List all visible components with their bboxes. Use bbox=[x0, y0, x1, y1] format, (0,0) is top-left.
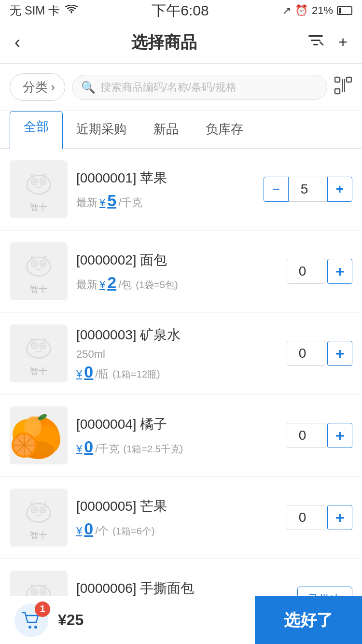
quantity-increase-button[interactable]: + bbox=[327, 259, 352, 284]
product-info: [0000002] 面包 最新 ¥ 2 /包 (1袋=5包) bbox=[76, 251, 278, 292]
svg-point-19 bbox=[27, 339, 51, 358]
product-price: 最新 ¥ 5 /千克 bbox=[76, 191, 255, 210]
quantity-input[interactable] bbox=[289, 177, 327, 202]
product-thumbnail bbox=[10, 406, 68, 464]
quantity-increase-button[interactable]: + bbox=[327, 341, 352, 366]
svg-rect-2 bbox=[313, 44, 318, 45]
tab-new-label: 新品 bbox=[153, 122, 179, 136]
product-item: 智十 [0000003] 矿泉水 250ml ¥ 0 /瓶 (1箱=12瓶) + bbox=[0, 313, 362, 394]
svg-rect-5 bbox=[347, 77, 351, 82]
quantity-control: + bbox=[287, 259, 352, 284]
scan-icon[interactable] bbox=[334, 76, 352, 98]
product-price: ¥ 0 /瓶 (1箱=12瓶) bbox=[76, 363, 278, 381]
product-thumbnail: 智十 bbox=[10, 160, 68, 218]
product-item: 智十 [0000001] 苹果 最新 ¥ 5 /千克 − + bbox=[0, 149, 362, 230]
svg-point-52 bbox=[28, 626, 31, 629]
svg-line-3 bbox=[320, 42, 323, 45]
svg-rect-0 bbox=[308, 35, 323, 37]
category-button[interactable]: 分类 › bbox=[10, 73, 65, 101]
nav-bar: ‹ 选择商品 + bbox=[0, 21, 362, 64]
quantity-decrease-button[interactable]: − bbox=[264, 177, 289, 202]
alarm-icon: ⏰ bbox=[295, 4, 308, 17]
quantity-control: + bbox=[287, 423, 352, 448]
svg-point-12 bbox=[33, 181, 36, 183]
search-box[interactable]: 🔍 搜索商品编码/名称/条码/规格 bbox=[72, 75, 327, 100]
product-name: [0000003] 矿泉水 bbox=[76, 326, 278, 344]
product-price: ¥ 0 /个 (1箱=6个) bbox=[76, 519, 278, 538]
tab-neg[interactable]: 负库存 bbox=[192, 111, 257, 149]
cart-icon-wrap[interactable]: 1 bbox=[14, 603, 48, 637]
location-icon: ↗ bbox=[282, 4, 291, 17]
svg-point-53 bbox=[34, 626, 37, 629]
product-spec: 250ml bbox=[76, 348, 278, 361]
quantity-input[interactable] bbox=[287, 505, 325, 530]
svg-point-37 bbox=[27, 504, 51, 522]
svg-point-46 bbox=[42, 591, 44, 593]
tab-all[interactable]: 全部 bbox=[10, 111, 63, 149]
nav-actions: + bbox=[307, 33, 348, 51]
product-item: [0000004] 橘子 ¥ 0 /千克 (1箱=2.5千克) + bbox=[0, 395, 362, 476]
product-price: 最新 ¥ 2 /包 (1袋=5包) bbox=[76, 273, 278, 292]
svg-point-9 bbox=[27, 175, 51, 194]
tab-recent[interactable]: 近期采购 bbox=[63, 111, 140, 149]
page-title: 选择商品 bbox=[131, 31, 197, 54]
quantity-increase-button[interactable]: + bbox=[327, 423, 352, 448]
product-name: [0000005] 芒果 bbox=[76, 497, 278, 516]
product-item: 智十 [0000005] 芒果 ¥ 0 /个 (1箱=6个) + bbox=[0, 477, 362, 558]
battery-icon bbox=[337, 6, 352, 15]
category-label: 分类 bbox=[23, 79, 48, 96]
svg-point-23 bbox=[42, 345, 44, 347]
svg-rect-4 bbox=[335, 77, 340, 82]
cart-total: ¥25 bbox=[58, 611, 84, 629]
add-button[interactable]: + bbox=[338, 33, 348, 51]
svg-point-18 bbox=[42, 263, 44, 265]
quantity-increase-button[interactable]: + bbox=[327, 177, 352, 202]
product-info: [0000005] 芒果 ¥ 0 /个 (1箱=6个) bbox=[76, 497, 278, 538]
svg-point-13 bbox=[42, 181, 44, 183]
quantity-control: − + bbox=[264, 177, 352, 202]
product-thumbnail: 智十 bbox=[10, 324, 68, 382]
status-right: ↗ ⏰ 21% bbox=[282, 4, 352, 17]
search-icon: 🔍 bbox=[81, 81, 96, 94]
product-price: ¥ 0 /千克 (1箱=2.5千克) bbox=[76, 437, 278, 456]
quantity-input[interactable] bbox=[287, 423, 325, 448]
product-name: [0000006] 手撕面包 bbox=[76, 579, 289, 598]
cart-badge: 1 bbox=[35, 602, 50, 617]
svg-point-14 bbox=[27, 257, 51, 276]
tab-new[interactable]: 新品 bbox=[140, 111, 192, 149]
product-name: [0000002] 面包 bbox=[76, 251, 278, 269]
svg-point-40 bbox=[33, 509, 36, 511]
footer: 1 ¥25 选好了 bbox=[0, 596, 362, 644]
svg-point-17 bbox=[33, 263, 36, 265]
product-info: [0000001] 苹果 最新 ¥ 5 /千克 bbox=[76, 169, 255, 210]
product-thumbnail: 智十 bbox=[10, 489, 68, 546]
product-name: [0000001] 苹果 bbox=[76, 169, 255, 187]
quantity-increase-button[interactable]: + bbox=[327, 505, 352, 530]
sim-status: 无 SIM 卡 bbox=[10, 3, 60, 18]
back-button[interactable]: ‹ bbox=[14, 32, 20, 53]
cart-area: 1 ¥25 bbox=[0, 603, 255, 637]
battery-percent: 21% bbox=[312, 4, 333, 17]
quantity-input[interactable] bbox=[287, 341, 325, 366]
status-time: 下午6:08 bbox=[152, 1, 209, 21]
product-name: [0000004] 橘子 bbox=[76, 415, 278, 434]
product-info: [0000004] 橘子 ¥ 0 /千克 (1箱=2.5千克) bbox=[76, 415, 278, 456]
quantity-control: + bbox=[287, 341, 352, 366]
product-thumbnail: 智十 bbox=[10, 242, 68, 300]
quantity-control: + bbox=[287, 505, 352, 530]
product-info: [0000003] 矿泉水 250ml ¥ 0 /瓶 (1箱=12瓶) bbox=[76, 326, 278, 381]
tab-neg-label: 负库存 bbox=[206, 122, 243, 136]
search-placeholder: 搜索商品编码/名称/条码/规格 bbox=[100, 80, 237, 95]
filter-icon[interactable] bbox=[307, 33, 324, 51]
quantity-input[interactable] bbox=[287, 259, 325, 284]
wifi-icon bbox=[65, 4, 78, 17]
svg-point-22 bbox=[33, 345, 36, 347]
tab-recent-label: 近期采购 bbox=[76, 122, 126, 136]
tabs-bar: 全部 近期采购 新品 负库存 bbox=[0, 111, 362, 149]
svg-rect-6 bbox=[335, 89, 340, 94]
tab-all-label: 全部 bbox=[24, 119, 49, 134]
confirm-button[interactable]: 选好了 bbox=[255, 596, 362, 644]
product-item: 智十 [0000002] 面包 最新 ¥ 2 /包 (1袋=5包) + bbox=[0, 231, 362, 312]
product-list: 智十 [0000001] 苹果 最新 ¥ 5 /千克 − + bbox=[0, 149, 362, 644]
svg-point-41 bbox=[42, 509, 44, 511]
